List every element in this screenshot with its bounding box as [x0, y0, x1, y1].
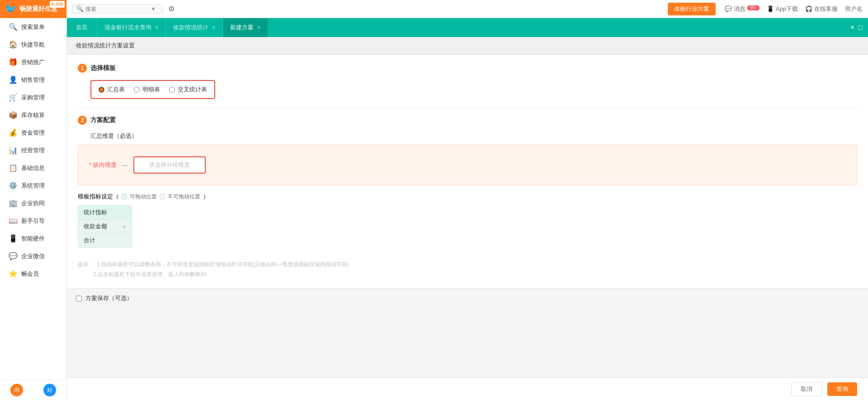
- notification-icon: 💬: [725, 5, 732, 12]
- search-box: 🔍 ▼: [72, 4, 163, 14]
- section2-label: 方案配置: [90, 116, 116, 124]
- metrics-section: 模板指标设定（ 可拖动位置 不可拖动位置 ） 统计指标: [78, 193, 857, 249]
- legend-fixed: 不可拖动位置: [160, 193, 200, 201]
- sidebar-item-operation[interactable]: 📊 经营管理: [0, 141, 66, 159]
- sidebar-logo: 🐦 畅捷通好生意 标准版: [0, 0, 66, 18]
- radio-cross-label[interactable]: 交叉统计表: [178, 85, 207, 94]
- tab-collection-stat-label: 收款情况统计: [173, 24, 208, 32]
- tab-bank-flow-close[interactable]: ×: [155, 24, 158, 31]
- radio-detail[interactable]: 明细表: [134, 85, 160, 94]
- radio-cross-input[interactable]: [169, 87, 175, 93]
- radio-detail-input[interactable]: [134, 87, 140, 93]
- sidebar-bottom-avatar1[interactable]: 用: [10, 384, 23, 396]
- sidebar-item-corp-wechat[interactable]: 💬 企业微信: [0, 247, 66, 265]
- sidebar-item-sales[interactable]: 👤 销售管理: [0, 71, 66, 89]
- sales-icon: 👤: [9, 75, 18, 84]
- inventory-icon: 📦: [9, 111, 18, 119]
- system-icon: ⚙️: [9, 181, 18, 190]
- sidebar-item-label-search-menu: 搜索菜单: [21, 23, 45, 31]
- sidebar-item-label-corp-wechat: 企业微信: [21, 252, 45, 260]
- radio-summary[interactable]: 汇总表: [99, 85, 125, 94]
- metrics-cell-label: 收款金额: [84, 222, 107, 231]
- main-card: 1 选择模板 汇总表 明细表 交叉统计表 2: [67, 55, 868, 288]
- dimension-subtitle: 汇总维度（必选）: [90, 132, 857, 140]
- legend-fixed-dot: [160, 194, 165, 199]
- page-header: 收款情况统计方案设置: [67, 37, 868, 55]
- tab-home[interactable]: 首页: [67, 18, 97, 37]
- radio-summary-label[interactable]: 汇总表: [107, 85, 125, 94]
- purchase-icon: 🛒: [9, 93, 18, 102]
- bottom-bar: 取消 查询: [67, 377, 868, 400]
- support-label: 在线客服: [814, 5, 838, 13]
- sidebar-item-search-menu[interactable]: 🔍 搜索菜单: [0, 18, 66, 36]
- sidebar-item-finance[interactable]: 💰 资金管理: [0, 124, 66, 141]
- sidebar-item-corp-collab[interactable]: 🏢 企业协同: [0, 194, 66, 212]
- content: 收款情况统计方案设置 1 选择模板 汇总表 明细表 交叉统计表: [67, 37, 868, 377]
- search-menu-icon: 🔍: [9, 23, 18, 31]
- legend-movable-dot: [122, 194, 127, 199]
- tab-collection-stat-close[interactable]: ×: [212, 24, 215, 31]
- notification-item[interactable]: 💬 消息 99+: [725, 5, 760, 13]
- metrics-table-cell[interactable]: 收款金额 ∨: [78, 220, 132, 233]
- sidebar-item-quick-nav[interactable]: 🏠 快捷导航: [0, 36, 66, 53]
- radio-detail-label[interactable]: 明细表: [142, 85, 160, 94]
- legend-movable-label: 可拖动位置: [130, 193, 157, 201]
- radio-summary-input[interactable]: [99, 87, 104, 93]
- tip-text-1: 1.拖动标题栏可以调整布局，不可跨维度或指标区域拖动栏目字段(只能在同一维度或指…: [97, 260, 349, 270]
- save-plan-label[interactable]: 方案保存（可选）: [85, 294, 132, 302]
- sidebar-item-label-inventory: 库存核算: [21, 111, 45, 119]
- metrics-cell-dropdown-icon[interactable]: ∨: [123, 224, 126, 230]
- main: 🔍 ▼ ⚙ 体验行业方案 💬 消息 99+ 📱 App下载 🎧 在线客服 用户名: [67, 0, 868, 400]
- sidebar: 🐦 畅捷通好生意 标准版 🔍 搜索菜单 🏠 快捷导航 🎁 营销推广 👤 销售管理…: [0, 0, 67, 400]
- sidebar-item-basic-info[interactable]: 📋 基础信息: [0, 159, 66, 177]
- save-plan-checkbox[interactable]: [76, 296, 82, 301]
- config-section: 汇总维度（必选） * 纵向维度 — 请选择分组维度 模板指标设定（: [78, 132, 857, 279]
- page-header-title: 收款情况统计方案设置: [76, 42, 135, 49]
- sidebar-item-label-quick-nav: 快捷导航: [21, 41, 45, 49]
- tip-line-2: 2.点击标题栏下拉可设置排序、插入列和删除列: [78, 270, 857, 280]
- section2-number: 2: [78, 116, 87, 125]
- download-icon: 📱: [767, 5, 774, 12]
- sidebar-item-smart-hw[interactable]: 📱 智能硬件: [0, 230, 66, 247]
- sidebar-item-system[interactable]: ⚙️ 系统管理: [0, 177, 66, 194]
- operation-icon: 📊: [9, 146, 18, 155]
- cancel-button[interactable]: 取消: [791, 382, 822, 396]
- sidebar-item-purchase[interactable]: 🛒 采购管理: [0, 89, 66, 106]
- topbar: 🔍 ▼ ⚙ 体验行业方案 💬 消息 99+ 📱 App下载 🎧 在线客服 用户名: [67, 0, 868, 18]
- tab-maximize-icon[interactable]: □: [858, 24, 863, 32]
- tab-home-label: 首页: [76, 24, 88, 32]
- sidebar-bottom-avatar2[interactable]: 好: [43, 384, 56, 396]
- tab-bank-flow[interactable]: 现金银行流水查询 ×: [97, 18, 166, 37]
- footer-save-section: 方案保存（可选）: [67, 288, 868, 308]
- query-button[interactable]: 查询: [827, 382, 857, 396]
- sidebar-item-label-smart-hw: 智能硬件: [21, 235, 45, 243]
- sidebar-item-label-operation: 经营管理: [21, 146, 45, 155]
- trial-button[interactable]: 体验行业方案: [668, 3, 716, 15]
- download-label: App下载: [776, 5, 798, 13]
- radio-cross[interactable]: 交叉统计表: [169, 85, 207, 94]
- sidebar-item-marketing[interactable]: 🎁 营销推广: [0, 53, 66, 71]
- tab-new-plan-close[interactable]: ×: [257, 24, 260, 31]
- support-item[interactable]: 🎧 在线客服: [805, 5, 838, 13]
- basic-info-icon: 📋: [9, 164, 18, 172]
- dimension-placeholder[interactable]: 请选择分组维度: [133, 156, 206, 174]
- tab-close-all-icon[interactable]: ×: [850, 24, 854, 32]
- sidebar-item-inventory[interactable]: 📦 库存核算: [0, 106, 66, 124]
- tips-section: 提示： 1.拖动标题栏可以调整布局，不可跨维度或指标区域拖动栏目字段(只能在同一…: [78, 260, 857, 279]
- beginner-icon: 📖: [9, 216, 18, 225]
- avatar1-icon: 用: [10, 384, 23, 396]
- sidebar-item-beginner[interactable]: 📖 新手引导: [0, 212, 66, 230]
- search-icon: 🔍: [76, 5, 84, 12]
- sidebar-bottom: 用 好: [0, 380, 66, 400]
- tip-line-1: 提示： 1.拖动标题栏可以调整布局，不可跨维度或指标区域拖动栏目字段(只能在同一…: [78, 260, 857, 270]
- tab-collection-stat[interactable]: 收款情况统计 ×: [166, 18, 223, 37]
- section1-label: 选择模板: [90, 64, 116, 72]
- corp-wechat-icon: 💬: [9, 252, 18, 260]
- sidebar-item-membership[interactable]: ⭐ 畅会员: [0, 265, 66, 282]
- membership-icon: ⭐: [9, 269, 18, 278]
- settings-icon[interactable]: ⚙: [168, 5, 175, 13]
- tab-new-plan[interactable]: 新建方案 ×: [223, 18, 268, 37]
- download-item[interactable]: 📱 App下载: [767, 5, 798, 13]
- search-input[interactable]: [85, 6, 149, 12]
- dimension-arrow: —: [122, 162, 128, 169]
